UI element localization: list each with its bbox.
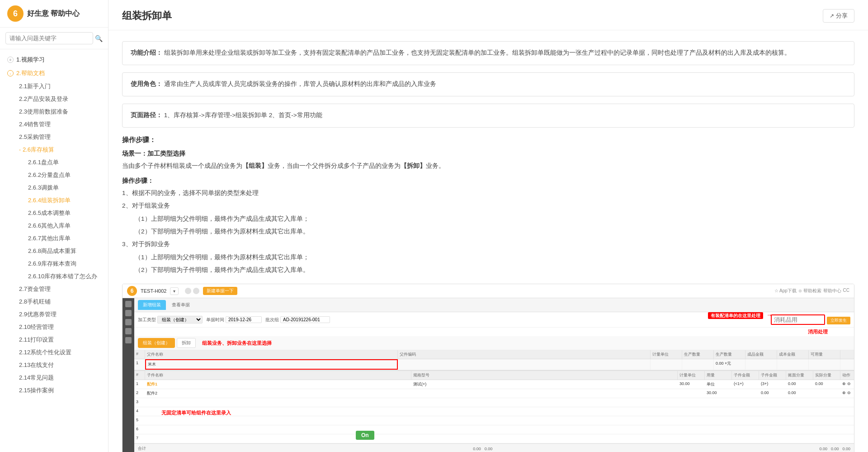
icon-bar-4: [125, 328, 132, 334]
sidebar-item-2-6-2[interactable]: 2.6.2分量盘点单: [24, 169, 108, 181]
utr1-3: [651, 359, 682, 370]
app-form-row1: 加工类型 组装（创建） 拆卸 单据时间 批: [134, 312, 854, 328]
share-icon: ↗: [830, 13, 834, 19]
feature-intro-block: 功能介绍： 组装拆卸单用来处理企业组装或拆卸等加工业务，支持有固定装配清单的产品…: [122, 41, 854, 65]
sidebar-item-2-15[interactable]: 2.15操作案例: [15, 384, 108, 397]
uth-1: 父件名称: [145, 350, 398, 359]
sidebar-item-2-7[interactable]: 2.7资金管理: [15, 283, 108, 295]
sidebar-item-2-11[interactable]: 2.11打印设置: [15, 333, 108, 346]
role-label: 使用角色：: [131, 81, 162, 87]
logo-icon: 6: [7, 5, 24, 22]
sidebar-item-2-3[interactable]: 2.3使用前数据准备: [15, 105, 108, 118]
annotation1-container: 有装配清单的在这里处理 →: [708, 311, 773, 319]
path-block: 页面路径： 1、库存核算->库存管理->组装拆卸单 2、首页->常用功能: [122, 104, 854, 128]
sidebar-item-2-6-4[interactable]: 2.6.4组装拆卸单: [24, 194, 108, 207]
upper-table-row1: 1 米木 0.00 +元: [134, 359, 854, 370]
app-tab-view[interactable]: 查看单据: [167, 300, 195, 310]
right-input[interactable]: [771, 314, 825, 325]
total-label: 合计: [138, 446, 146, 452]
app-form-batch: 批次组: [265, 316, 330, 323]
sidebar-item-2-10[interactable]: 2.10经营管理: [15, 321, 108, 333]
ltr1-8: 0.00: [813, 380, 840, 389]
sidebar-item-2-6-8[interactable]: 2.6.8商品成本重算: [24, 245, 108, 257]
app-dropdown[interactable]: ▾: [170, 287, 179, 295]
form-batch-input[interactable]: [280, 316, 330, 323]
uth-5: 生产数量: [714, 350, 745, 359]
lth-3: 计量单位: [678, 371, 705, 380]
sidebar-item-2-14[interactable]: 2.14常见问题: [15, 371, 108, 384]
sidebar-item-2-6-9[interactable]: 2.6.9库存账本查询: [24, 257, 108, 270]
sidebar-item-2-12[interactable]: 2.12系统个性化设置: [15, 346, 108, 359]
sidebar-item-2-6-1[interactable]: 2.6.1盘点单: [24, 156, 108, 169]
path-text: 1、库存核算->库存管理->组装拆卸单 2、首页->常用功能: [164, 112, 322, 119]
sidebar-item-2-8[interactable]: 2.8手机旺铺: [15, 295, 108, 308]
ltr2: 2 配件2 30.00 0.00 0.00 ⊕ ⊖: [134, 389, 854, 398]
uth-9: [840, 350, 854, 359]
lower-table: # 子件名称 规格型号 计量单位 用量 子件金额 子件金额 账面分量 实际分量 …: [134, 371, 854, 443]
main-header: 组装拆卸单 ↗ 分享: [108, 0, 868, 30]
total-2: 0.00: [485, 447, 493, 451]
sidebar-item-2-6-6[interactable]: 2.6.6其他入库单: [24, 219, 108, 232]
ltr7-0: 7: [134, 434, 145, 443]
type-btn-assemble[interactable]: 组装（创建）: [138, 338, 175, 348]
scenario1-title: 场景一：加工类型选择: [122, 150, 854, 158]
icon-bar-3: [125, 319, 132, 325]
lth-7: 账面分量: [786, 371, 813, 380]
search-input[interactable]: [5, 32, 93, 44]
ltr1-3: 30.00: [678, 380, 705, 389]
share-button[interactable]: ↗ 分享: [823, 9, 854, 23]
app-tabs: 新增组装 查看单据: [134, 298, 854, 312]
ltr2-8: [813, 389, 840, 398]
app-nav-item2: ⊙ 帮助检索: [798, 288, 821, 294]
ltr1-0: 1: [134, 380, 145, 389]
utr1-9: [840, 359, 854, 370]
sidebar-item-2-6-7[interactable]: 2.6.7其他出库单: [24, 232, 108, 245]
search-button[interactable]: 🔍: [95, 35, 103, 42]
form-date-input[interactable]: [226, 316, 262, 323]
step2-1: （1）上部明细为父件明细，最终作为产成品生成其它入库单；: [135, 214, 854, 224]
sidebar-item-2-9[interactable]: 2.9优惠券管理: [15, 308, 108, 321]
sidebar-item-2-13[interactable]: 2.13在线支付: [15, 359, 108, 371]
page-title: 组装拆卸单: [122, 9, 172, 23]
app-icon-bar: [123, 298, 134, 452]
icon-bar-1: [125, 301, 132, 307]
ltr1-6: (3+): [759, 380, 786, 389]
app-new-btn[interactable]: 新建单据一下: [203, 287, 237, 295]
collapse-2-6-icon[interactable]: -: [19, 147, 21, 153]
app-tab-new[interactable]: 新增组装: [138, 300, 166, 310]
ltr2-9: ⊕ ⊖: [840, 389, 854, 398]
bottom-totals: 合计 0.00 0.00 0.00 0.00 0.00: [134, 443, 854, 452]
step3: 3、对于拆卸业务: [122, 239, 854, 250]
sidebar-item-2-6-5[interactable]: 2.6.5成本调整单: [24, 207, 108, 219]
utr1-1[interactable]: 米木: [145, 359, 398, 370]
app-form-type: 加工类型 组装（创建） 拆卸: [138, 316, 203, 324]
sidebar-item-2-6-10[interactable]: 2.6.10库存账本错了怎么办: [24, 270, 108, 283]
screenshot-container: 6 TEST-H002 ▾ 新建单据一下 ☆ App下载 ⊙ 帮助检索 帮助中心…: [122, 284, 854, 452]
uth-3: 计量单位: [651, 350, 682, 359]
utr1-7: [777, 359, 809, 370]
sidebar-item-2-6-group: - 2.6库存核算: [15, 143, 108, 156]
uth-6: 成品金额: [745, 350, 777, 359]
sidebar-item-video[interactable]: + 1.视频学习: [0, 53, 108, 67]
app-body: 新增组装 查看单据 加工类型 组装（创建） 拆卸: [123, 298, 854, 452]
lth-0: #: [134, 371, 145, 380]
ltr1-9: ⊕ ⊖: [840, 380, 854, 389]
sidebar-item-2-6-3[interactable]: 2.6.3调拨单: [24, 181, 108, 194]
ops-steps-title2: 操作步骤：: [122, 177, 854, 185]
sidebar-item-docs[interactable]: - 2.帮助文档: [0, 67, 108, 80]
role-text: 通常由生产人员或库管人员完成拆装业务的操作，库管人员确认原材料的出库和产成品的入…: [164, 81, 436, 87]
ltr2-7: 0.00: [786, 389, 813, 398]
ltr2-4: 30.00: [705, 389, 732, 398]
confirm-btn[interactable]: 立即发生: [827, 317, 850, 324]
lth-1: 子件名称: [145, 371, 411, 380]
step3-1: （1）上部明细为父件明细，最终作为原材料生成其它出库单；: [135, 252, 854, 263]
sidebar-item-2-6[interactable]: 2.6库存核算: [23, 146, 54, 154]
form-type-select[interactable]: 组装（创建） 拆卸: [157, 316, 203, 324]
icon-bar-2: [125, 310, 132, 316]
sidebar-item-2-5[interactable]: 2.5采购管理: [15, 131, 108, 143]
type-btn-disassemble[interactable]: 拆卸: [177, 338, 196, 348]
sidebar-item-2-2[interactable]: 2.2产品安装及登录: [15, 93, 108, 105]
utr1-8: [809, 359, 840, 370]
sidebar-item-2-4[interactable]: 2.4销售管理: [15, 118, 108, 131]
sidebar-item-2-1[interactable]: 2.1新手入门: [15, 80, 108, 93]
